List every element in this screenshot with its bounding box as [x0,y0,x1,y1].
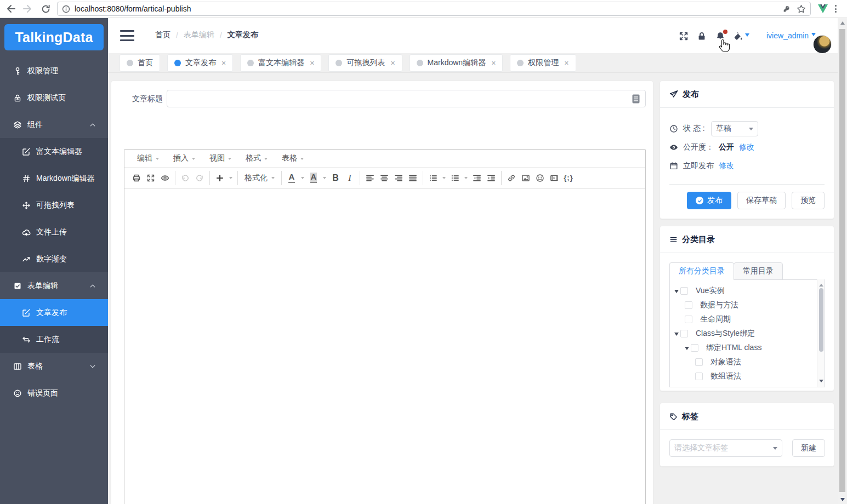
formatize-button[interactable]: 格式化 [241,173,278,183]
insert-link-button[interactable] [504,171,519,185]
background-color-caret[interactable] [321,171,328,185]
tree-checkbox[interactable] [685,301,692,309]
insert-emoji-button[interactable] [533,171,547,185]
tab-home[interactable]: 首页 [120,54,160,72]
undo-button[interactable] [178,171,192,185]
app-logo[interactable]: TalkingData [4,24,104,50]
password-key-icon[interactable] [783,5,791,13]
new-tag-button[interactable]: 新建 [792,439,825,457]
fullscreen-button[interactable] [679,31,689,41]
sidebar-item-permission[interactable]: 权限管理 [0,58,108,84]
bookmark-star-icon[interactable] [797,4,806,14]
theme-switch-button[interactable] [733,31,749,41]
close-icon[interactable]: × [564,59,569,67]
breadcrumb-home[interactable]: 首页 [155,30,170,40]
tree-checkbox[interactable] [685,316,692,323]
schedule-edit-link[interactable]: 修改 [719,161,734,171]
scroll-up-arrow[interactable] [838,18,847,27]
italic-button[interactable]: I [343,171,357,185]
close-icon[interactable]: × [221,59,226,67]
scrollbar-thumb[interactable] [839,29,845,492]
editor-menu-format[interactable]: 格式 [238,150,275,167]
preview-button[interactable] [158,171,172,185]
bullet-list-button[interactable] [426,171,440,185]
browser-back-button[interactable] [3,2,18,16]
tree-caret-icon[interactable] [674,333,679,338]
editor-menu-table[interactable]: 表格 [275,150,311,167]
page-info-icon[interactable] [62,5,70,13]
numbered-list-caret[interactable] [462,171,470,185]
align-right-button[interactable] [391,171,406,185]
bold-button[interactable]: B [328,171,343,185]
close-icon[interactable]: × [390,59,395,67]
tree-checkbox[interactable] [680,287,688,295]
browser-forward-button[interactable] [21,2,35,16]
scroll-up-arrow[interactable] [819,282,823,287]
editor-menu-insert[interactable]: 插入 [166,150,202,167]
background-color-button[interactable]: A [306,171,321,185]
close-icon[interactable]: × [310,59,314,67]
lock-screen-button[interactable] [697,31,707,41]
align-center-button[interactable] [377,171,391,185]
tree-item[interactable]: 数据与方法 [670,298,817,312]
visibility-edit-link[interactable]: 修改 [739,142,754,152]
indent-button[interactable] [484,171,498,185]
align-justify-button[interactable] [406,171,420,185]
font-color-button[interactable]: A [285,171,299,185]
avatar[interactable] [813,35,832,54]
tab-draggable-list[interactable]: 可拖拽列表 × [328,54,402,72]
tab-all-categories[interactable]: 所有分类目录 [669,262,734,280]
tree-checkbox[interactable] [695,358,703,366]
status-select[interactable]: 草稿 [711,121,758,136]
sidebar-item-workflow[interactable]: 工作流 [0,326,108,353]
sidebar-item-article-publish[interactable]: 文章发布 [0,299,108,326]
sidebar-item-table[interactable]: 表格 [0,353,108,380]
vue-devtools-icon[interactable] [817,4,828,14]
align-left-button[interactable] [363,171,377,185]
save-draft-button[interactable]: 保存草稿 [737,192,786,209]
tree-item[interactable]: Class与Style绑定 [670,327,817,341]
scroll-down-arrow[interactable] [819,380,823,385]
tree-checkbox[interactable] [680,330,688,337]
insert-image-button[interactable] [519,171,533,185]
address-bar[interactable]: localhost:8080/form/artical-publish [57,2,811,16]
tree-checkbox[interactable] [691,344,698,352]
input-notes-icon[interactable] [632,94,640,104]
outdent-button[interactable] [470,171,484,185]
tab-richtext-editor[interactable]: 富文本编辑器 × [240,54,321,72]
tree-item[interactable]: 生命周期 [670,312,817,327]
insert-plus-button[interactable] [213,171,227,185]
browser-scrollbar[interactable] [838,18,847,504]
scrollbar-thumb[interactable] [819,288,823,352]
sidebar-item-components[interactable]: 组件 [0,111,108,138]
tree-item[interactable]: 绑定HTML class [670,341,817,355]
article-title-input[interactable] [167,90,646,107]
tab-common-categories[interactable]: 常用目录 [734,262,783,280]
scroll-down-arrow[interactable] [838,495,847,504]
browser-menu-icon[interactable] [835,5,837,13]
publish-button[interactable]: 发布 [687,192,731,209]
sidebar-item-richtext-editor[interactable]: 富文本编辑器 [0,138,108,165]
tab-article-publish[interactable]: 文章发布 × [167,54,233,72]
browser-reload-button[interactable] [38,2,53,16]
sidebar-item-permission-test[interactable]: 权限测试页 [0,84,108,111]
fullscreen-button[interactable] [144,171,158,185]
sidebar-item-draggable-list[interactable]: 可拖拽列表 [0,192,108,219]
collapse-menu-button[interactable] [120,30,134,41]
editor-menu-edit[interactable]: 编辑 [130,150,166,167]
tab-permission[interactable]: 权限管理 × [510,54,576,72]
insert-plus-caret[interactable] [227,171,235,185]
tree-item[interactable]: 数组语法 [670,369,817,383]
bullet-list-caret[interactable] [440,171,448,185]
sidebar-item-error-pages[interactable]: 错误页面 [0,380,108,406]
numbered-list-button[interactable] [448,171,462,185]
tree-item[interactable]: 对象语法 [670,355,817,369]
preview-button[interactable]: 预览 [792,192,825,209]
font-color-caret[interactable] [299,171,306,185]
sidebar-item-markdown-editor[interactable]: Markdown编辑器 [0,165,108,192]
editor-menu-view[interactable]: 视图 [202,150,238,167]
tree-caret-icon[interactable] [674,290,679,295]
close-icon[interactable]: × [491,59,496,67]
tab-markdown-editor[interactable]: Markdown编辑器 × [410,54,503,72]
breadcrumb-section[interactable]: 表单编辑 [184,30,214,40]
